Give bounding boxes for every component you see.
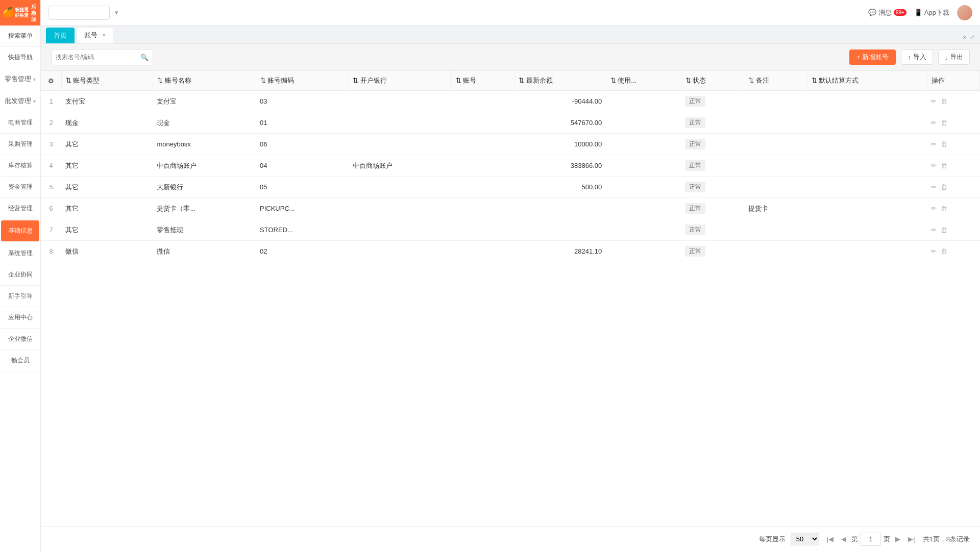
- topbar-dropdown-icon[interactable]: ▾: [115, 9, 118, 16]
- row-usage: [606, 177, 681, 198]
- sidebar-item-ecommerce[interactable]: 电商管理: [0, 112, 40, 134]
- sidebar: 🍊 畅捷通好生意 乐惠版 搜索菜单 快捷导航 零售管理 ▾ 批发管理 ▾ 电商管…: [0, 0, 41, 551]
- row-default-pay: [807, 219, 927, 241]
- row-remark: [744, 134, 807, 155]
- row-no: 1: [41, 91, 61, 112]
- col-balance: ⇅ 最新余额: [514, 71, 606, 91]
- edit-icon[interactable]: ✏: [931, 119, 937, 127]
- table-body: 1 支付宝 支付宝 03 -90444.00 正常 ✏ 🗑 2 现金 现金 01: [41, 91, 980, 262]
- edit-icon[interactable]: ✏: [931, 247, 937, 255]
- sidebar-item-basic-info[interactable]: 基础信息: [1, 220, 39, 242]
- sidebar-item-quicknav[interactable]: 快捷导航: [0, 47, 40, 68]
- table-row: 3 其它 moneybosx 06 10000.00 正常 ✏ 🗑: [41, 134, 980, 155]
- sidebar-item-purchase[interactable]: 采购管理: [0, 134, 40, 155]
- edit-icon[interactable]: ✏: [931, 226, 937, 234]
- sidebar-item-member[interactable]: 畅会员: [0, 350, 40, 371]
- row-bank: [349, 112, 452, 134]
- sidebar-item-wechat[interactable]: 企业微信: [0, 329, 40, 350]
- page-number-input[interactable]: [861, 533, 881, 546]
- row-actions: ✏ 🗑: [927, 155, 979, 177]
- row-code: 01: [256, 112, 349, 134]
- sidebar-item-inventory[interactable]: 库存核算: [0, 155, 40, 177]
- sidebar-item-retail[interactable]: 零售管理 ▾: [0, 68, 40, 90]
- col-type: ⇅ 账号类型: [61, 71, 153, 91]
- export-label: 导出: [950, 53, 963, 62]
- import-label: 导入: [913, 53, 926, 62]
- delete-icon[interactable]: 🗑: [941, 140, 947, 148]
- row-remark: [744, 112, 807, 134]
- edit-icon[interactable]: ✏: [931, 140, 937, 148]
- sidebar-item-finance[interactable]: 资金管理: [0, 177, 40, 198]
- row-status: 正常: [681, 91, 744, 112]
- row-balance: -90444.00: [514, 91, 606, 112]
- table-footer: 每页显示 50 20 100 |◀ ◀ 第 页 ▶ ▶| 共1页，8条记录: [41, 527, 980, 551]
- row-code: PICKUPC...: [256, 198, 349, 219]
- table-row: 2 现金 现金 01 547670.00 正常 ✏ 🗑: [41, 112, 980, 134]
- export-button[interactable]: ↓ 导出: [938, 49, 970, 65]
- tab-account[interactable]: 账号 ×: [77, 27, 113, 43]
- add-account-button[interactable]: + 新增账号: [849, 49, 896, 65]
- sidebar-item-search[interactable]: 搜索菜单: [0, 26, 40, 47]
- row-actions: ✏ 🗑: [927, 134, 979, 155]
- tabs-row: 首页 账号 × × ⤢: [41, 26, 980, 44]
- col-usage: ⇅ 使用...: [606, 71, 681, 91]
- edit-icon[interactable]: ✏: [931, 205, 937, 212]
- tab-home[interactable]: 首页: [46, 28, 75, 43]
- row-usage: [606, 155, 681, 177]
- user-avatar[interactable]: [957, 5, 972, 20]
- delete-icon[interactable]: 🗑: [941, 119, 947, 127]
- status-badge: 正常: [685, 160, 705, 171]
- export-icon: ↓: [945, 54, 948, 61]
- search-box: 🔍: [51, 49, 153, 65]
- delete-icon[interactable]: 🗑: [941, 183, 947, 191]
- message-button[interactable]: 💬 消息 99+: [868, 8, 906, 17]
- edit-icon[interactable]: ✏: [931, 183, 937, 191]
- row-account: [451, 177, 514, 198]
- row-actions: ✏ 🗑: [927, 177, 979, 198]
- col-status: ⇅ 状态: [681, 71, 744, 91]
- search-input[interactable]: [56, 54, 140, 61]
- row-type: 支付宝: [61, 91, 153, 112]
- row-status: 正常: [681, 112, 744, 134]
- sidebar-item-guide[interactable]: 新手引导: [0, 286, 40, 307]
- edit-icon[interactable]: ✏: [931, 97, 937, 105]
- sidebar-item-enterprise[interactable]: 企业协同: [0, 264, 40, 286]
- sidebar-item-wholesale[interactable]: 批发管理 ▾: [0, 90, 40, 112]
- prev-page-button[interactable]: ◀: [839, 534, 849, 544]
- last-page-button[interactable]: ▶|: [905, 534, 917, 544]
- search-icon[interactable]: 🔍: [140, 54, 149, 61]
- row-default-pay: [807, 177, 927, 198]
- app-download-button[interactable]: 📱 App下载: [914, 8, 949, 17]
- per-page-select[interactable]: 50 20 100: [791, 533, 819, 545]
- row-bank: 中百商场账户: [349, 155, 452, 177]
- sidebar-item-system[interactable]: 系统管理: [0, 243, 40, 264]
- row-balance: [514, 198, 606, 219]
- delete-icon[interactable]: 🗑: [941, 162, 947, 169]
- row-bank: [349, 134, 452, 155]
- tab-minimize-icon[interactable]: ×: [963, 33, 967, 41]
- row-balance: 500.00: [514, 177, 606, 198]
- sidebar-item-operation[interactable]: 经营管理: [0, 198, 40, 219]
- status-badge: 正常: [685, 139, 705, 149]
- delete-icon[interactable]: 🗑: [941, 226, 947, 234]
- row-balance: 383866.00: [514, 155, 606, 177]
- per-page-label: 每页显示: [759, 535, 786, 544]
- delete-icon[interactable]: 🗑: [941, 97, 947, 105]
- delete-icon[interactable]: 🗑: [941, 247, 947, 255]
- row-actions: ✏ 🗑: [927, 112, 979, 134]
- row-status: 正常: [681, 219, 744, 241]
- accounts-table: ⚙ ⇅ 账号类型 ⇅ 账号名称 ⇅ 账号编码 ⇅ 开户银行 ⇅ 账号 ⇅ 最新余…: [41, 71, 980, 262]
- delete-icon[interactable]: 🗑: [941, 205, 947, 212]
- import-button[interactable]: ↑ 导入: [901, 49, 933, 65]
- next-page-button[interactable]: ▶: [893, 534, 903, 544]
- tab-maximize-icon[interactable]: ⤢: [970, 34, 975, 41]
- row-type: 其它: [61, 155, 153, 177]
- tab-close-icon[interactable]: ×: [102, 32, 106, 39]
- edit-icon[interactable]: ✏: [931, 162, 937, 169]
- topbar-search-input[interactable]: [48, 6, 110, 20]
- row-remark: 提货卡: [744, 198, 807, 219]
- row-no: 4: [41, 155, 61, 177]
- sidebar-item-appstore[interactable]: 应用中心: [0, 307, 40, 329]
- topbar-left: ▾: [48, 6, 118, 20]
- first-page-button[interactable]: |◀: [824, 534, 836, 544]
